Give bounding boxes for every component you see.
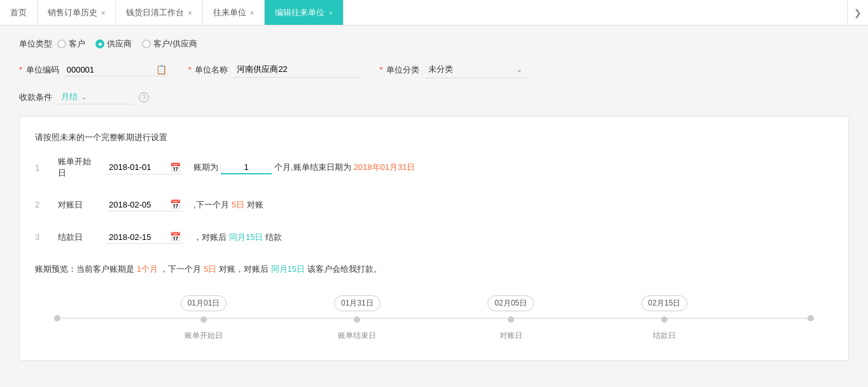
payment-calendar-icon[interactable]: 📅: [170, 232, 181, 242]
setting-row-2: 2 对账日 📅 ,下一个月 5日 对账: [35, 198, 833, 211]
unit-category-label: * 单位分类: [379, 64, 419, 76]
preview-label: 账期预览：当前客户账期是: [35, 264, 134, 274]
unit-name-field: * 单位名称: [188, 62, 361, 78]
row-num-1: 1: [35, 163, 48, 172]
timeline-node-4: 02月15日 结款日: [641, 295, 688, 341]
row-2-suffix: ,下一个月 5日 对账: [193, 199, 263, 211]
preview-text: 账期预览：当前客户账期是 1个月 ，下一个月 5日 对账，对账后 同月15日 该…: [35, 263, 833, 276]
row-label-3: 结款日: [58, 232, 96, 243]
radio-customer-label: 客户: [69, 38, 85, 50]
preview-part1: 1个月: [137, 264, 158, 274]
tab-cash-label: 钱货日清工作台: [126, 7, 184, 18]
period-input[interactable]: [221, 161, 272, 174]
row-1-suffix-post: 个月,账单结束日期为: [274, 162, 351, 173]
row-2-highlight: 5日: [232, 199, 244, 211]
timeline-node-2: 01月31日 账单结束日: [334, 295, 381, 341]
preview-part3: 同月15日: [271, 264, 305, 274]
timeline-start-dot: [54, 315, 60, 321]
unit-details-row: * 单位编码 📋 * 单位名称 * 单位分类 未分类: [19, 61, 849, 78]
node-label-1: 账单开始日: [185, 330, 223, 341]
setting-row-1: 1 账单开始日 📅 账期为 个月,账单结束日期为 2018年01月31日: [35, 156, 833, 179]
unit-type-label: 单位类型: [19, 38, 52, 50]
radio-supplier-circle: [95, 39, 104, 48]
card-instruction: 请按照未来的一个完整帐期进行设置: [35, 132, 833, 143]
timeline-end-dot: [808, 315, 814, 321]
page-content: 单位类型 客户 供应商 客户/供应商 *: [0, 25, 868, 387]
radio-both[interactable]: 客户/供应商: [142, 38, 197, 50]
row-1-highlight: 2018年01月31日: [354, 162, 416, 173]
tab-partner-close-icon[interactable]: ×: [250, 9, 254, 17]
node-label-3: 对账日: [500, 330, 522, 341]
unit-cat-required: *: [379, 65, 382, 74]
tab-cash-close-icon[interactable]: ×: [188, 9, 192, 17]
payment-terms-field: 收款条件 月结 ⌄ ?: [19, 90, 149, 104]
node-dot-2: [354, 316, 360, 323]
row-3-suffix-pre: ，对账后: [193, 232, 227, 243]
start-date-input[interactable]: [109, 162, 166, 172]
unit-code-input[interactable]: [67, 65, 156, 74]
unit-code-label: * 单位编码: [19, 64, 59, 76]
unit-code-required: *: [19, 65, 22, 74]
timeline-node-3: 02月05日 对账日: [487, 295, 534, 341]
timeline-node-1: 01月01日 账单开始日: [181, 295, 227, 341]
tab-overflow-arrow[interactable]: ❯: [847, 0, 868, 25]
preview-part2: 5日: [204, 264, 216, 274]
payment-date-input[interactable]: [109, 232, 166, 242]
row-num-2: 2: [35, 200, 48, 209]
payment-terms-select[interactable]: 月结 ⌄: [57, 90, 134, 104]
radio-both-circle: [142, 39, 151, 48]
payment-terms-label: 收款条件: [19, 92, 52, 103]
timeline-nodes: 01月01日 账单开始日 01月31日 账单结束日 02月05日 对账日 02月…: [60, 295, 808, 341]
tab-edit-partner-unit[interactable]: 编辑往来单位 ×: [265, 0, 343, 25]
node-dot-4: [661, 316, 668, 323]
row-2-suffix-post: 对账: [247, 199, 263, 211]
row-3-suffix: ，对账后 同月15日 结款: [193, 232, 282, 243]
help-icon[interactable]: ?: [139, 92, 149, 102]
row-label-2: 对账日: [58, 199, 96, 211]
chevron-right-icon: ❯: [854, 8, 862, 18]
payment-terms-value: 月结: [61, 91, 78, 102]
tab-edit-partner-close-icon[interactable]: ×: [328, 9, 332, 17]
timeline-spacer-left: [60, 295, 73, 341]
tab-sales-label: 销售订单历史: [48, 7, 97, 18]
node-label-2: 账单结束日: [338, 330, 376, 341]
tab-sales-close-icon[interactable]: ×: [101, 9, 105, 17]
tab-cash-ledger[interactable]: 钱货日清工作台 ×: [116, 0, 202, 25]
payment-terms-row: 收款条件 月结 ⌄ ?: [19, 90, 849, 104]
start-date-calendar-icon[interactable]: 📅: [170, 162, 181, 172]
copy-icon[interactable]: 📋: [156, 64, 167, 74]
reconcile-calendar-icon[interactable]: 📅: [170, 199, 181, 209]
node-label-4: 结款日: [653, 330, 676, 341]
unit-category-value: 未分类: [428, 64, 453, 75]
tab-sales-order-history[interactable]: 销售订单历史 ×: [38, 0, 116, 25]
radio-both-label: 客户/供应商: [153, 38, 197, 50]
reconcile-date-input[interactable]: [109, 200, 166, 209]
settings-card: 请按照未来的一个完整帐期进行设置 1 账单开始日 📅 账期为 个月,账单结束日期…: [19, 116, 849, 361]
unit-type-row: 单位类型 客户 供应商 客户/供应商: [19, 38, 849, 50]
unit-code-field: * 单位编码 📋: [19, 63, 169, 76]
preview-mid: 对账，对账后: [219, 264, 269, 274]
radio-supplier[interactable]: 供应商: [95, 38, 132, 50]
unit-code-input-wrap: 📋: [64, 63, 169, 76]
tab-home[interactable]: 首页: [0, 0, 38, 25]
radio-customer[interactable]: 客户: [57, 38, 85, 50]
unit-name-label: * 单位名称: [188, 64, 228, 76]
timeline-spacer-right: [795, 295, 808, 341]
tab-partner-unit[interactable]: 往来单位 ×: [203, 0, 265, 25]
node-dot-3: [508, 316, 514, 323]
tab-home-label: 首页: [10, 7, 27, 18]
timeline: 01月01日 账单开始日 01月31日 账单结束日 02月05日 对账日 02月…: [35, 295, 833, 341]
row-label-1: 账单开始日: [58, 156, 96, 179]
unit-name-input[interactable]: [233, 62, 360, 78]
preview-end: 该客户会给我打款。: [307, 264, 382, 274]
reconcile-date-input-wrap: 📅: [106, 198, 183, 211]
unit-category-select[interactable]: 未分类 ⌄: [424, 61, 526, 78]
node-badge-4: 02月15日: [641, 295, 688, 311]
row-2-suffix-pre: ,下一个月: [193, 199, 229, 211]
radio-customer-circle: [57, 39, 66, 48]
unit-type-radio-group: 客户 供应商 客户/供应商: [57, 38, 197, 50]
radio-supplier-label: 供应商: [107, 38, 132, 50]
tab-edit-partner-label: 编辑往来单位: [275, 7, 325, 18]
node-dot-1: [200, 316, 207, 323]
tabs-bar: 首页 销售订单历史 × 钱货日清工作台 × 往来单位 × 编辑往来单位 × ❯: [0, 0, 868, 25]
